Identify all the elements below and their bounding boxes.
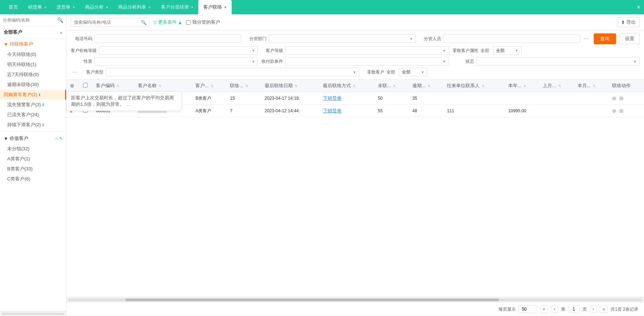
row2-action-icon2[interactable]: ⊞	[619, 108, 624, 114]
nav-close-product-analysis[interactable]: ×	[106, 5, 108, 9]
more-filter-dots[interactable]: ···	[71, 69, 78, 75]
first-page-button[interactable]: «	[540, 305, 548, 313]
nav-home[interactable]: 首页	[4, 0, 23, 14]
sidebar-item-class-c[interactable]: C类客户(6)	[0, 174, 66, 184]
nav-customer-contact[interactable]: 客户联络 ×	[198, 0, 231, 14]
sidebar-item-7days-pending[interactable]: 近7天待联络(0)	[0, 70, 66, 80]
nav-purchase-order[interactable]: 进货单 ×	[51, 0, 80, 14]
sort-customer-code-icon[interactable]: ⇅	[116, 84, 119, 88]
col-last-month[interactable]: 上月... ⇅	[539, 80, 574, 92]
row1-action-icon2[interactable]: ⊞	[619, 95, 624, 101]
sidebar-item-class-a[interactable]: A类客户(1)	[0, 154, 66, 164]
col-customer-type[interactable]: 客户... ⇅	[192, 80, 226, 92]
declining-info-icon[interactable]: ℹ	[42, 123, 44, 127]
query-button[interactable]: 查询	[594, 33, 616, 44]
retail-attr-select[interactable]: 全部	[493, 46, 522, 55]
horizontal-scrollbar[interactable]	[66, 297, 644, 302]
person-input[interactable]	[443, 34, 580, 43]
row1-last-contact-method[interactable]: 下销货单	[319, 92, 374, 105]
sort-this-year-icon[interactable]: ⇅	[523, 84, 526, 88]
nav-sales-order[interactable]: 销货单 ×	[23, 0, 51, 14]
sort-last-contact-date-icon[interactable]: ⇅	[295, 84, 297, 88]
select-all-checkbox[interactable]	[83, 83, 88, 88]
col-customer-code[interactable]: 客户编码 ⇅	[92, 80, 134, 92]
col-settings[interactable]: ⚙	[66, 80, 79, 92]
nav-product-analysis[interactable]: 商品分析 ×	[80, 0, 113, 14]
nav-customer-segment[interactable]: 客户分层经营 ×	[156, 0, 198, 14]
sidebar-search-input[interactable]	[3, 18, 57, 23]
payment-select[interactable]	[285, 57, 449, 66]
sort-last-month-icon[interactable]: ⇅	[558, 84, 561, 88]
sidebar-item-churned[interactable]: 已流失客户(24)	[0, 110, 66, 120]
sidebar-collapse-icon[interactable]: «	[60, 30, 62, 35]
col-this-month[interactable]: 本月... ⇅	[574, 80, 608, 92]
my-customers-checkbox[interactable]	[186, 20, 191, 25]
sort-this-month-icon[interactable]: ⇅	[593, 84, 596, 88]
row2-action-icon1[interactable]: ⊕	[612, 108, 616, 114]
horizontal-scrollbar-thumb[interactable]	[125, 298, 499, 301]
nav-close-product-analysis-list[interactable]: ×	[148, 5, 150, 9]
sort-customer-name-icon[interactable]: ⇅	[158, 84, 161, 88]
all-customers-header[interactable]: 全部客户 «	[0, 26, 66, 39]
sort-overdue-icon[interactable]: ⇅	[427, 84, 430, 88]
sidebar-bottom-scroll[interactable]	[0, 311, 66, 316]
nav-close-customer-contact[interactable]: ×	[224, 5, 226, 9]
sidebar-item-today-pending[interactable]: 今天待联络(0)	[0, 49, 66, 60]
last-page-button[interactable]: »	[600, 305, 608, 313]
gender-select[interactable]	[94, 57, 258, 66]
price-level-select[interactable]	[99, 46, 258, 55]
churn-warning-info-icon[interactable]: ℹ	[42, 103, 44, 107]
settings-icon[interactable]: ⚙	[70, 83, 74, 89]
col-customer-name[interactable]: 客户名称 ⇅	[134, 80, 192, 92]
customer-type-select[interactable]	[106, 68, 359, 76]
sidebar-item-repurchase-abnormal[interactable]: 回购异常客户(2) ℹ	[0, 90, 66, 100]
row2-last-contact-method[interactable]: 下销货单	[319, 105, 374, 117]
repurchase-abnormal-info-icon[interactable]: ℹ	[39, 93, 40, 97]
value-customers-edit-icon[interactable]: ✎	[59, 136, 62, 141]
close-all-tabs-button[interactable]: ×	[636, 4, 640, 11]
current-page-input[interactable]: 1	[568, 305, 580, 313]
nav-close-purchase-order[interactable]: ×	[73, 5, 75, 9]
pending-contact-group[interactable]: ▼ 待联络客户	[0, 39, 66, 49]
row2-contact-method-link[interactable]: 下销货单	[323, 108, 342, 113]
status-select[interactable]	[476, 57, 640, 66]
dept-select[interactable]	[269, 34, 416, 43]
sort-uncontacted-icon[interactable]: ⇅	[393, 84, 396, 88]
col-contact-count[interactable]: 联络... ⇅	[226, 80, 261, 92]
sort-customer-type-icon[interactable]: ⇅	[210, 84, 213, 88]
settings-button[interactable]: 设置	[620, 33, 640, 44]
sidebar-item-overdue-pending[interactable]: 逾期未联络(30)	[0, 80, 66, 90]
nav-product-analysis-list[interactable]: 商品分析列表 ×	[113, 0, 156, 14]
nav-close-customer-segment[interactable]: ×	[191, 5, 193, 9]
value-customers-group[interactable]: ▼ 价值客户 ○ ✎	[0, 133, 66, 144]
sort-contacts-icon[interactable]: ⇅	[482, 84, 485, 88]
col-last-contact-date[interactable]: 最后联络日期 ⇅	[261, 80, 319, 92]
nav-close-sales-order[interactable]: ×	[44, 5, 46, 9]
phone-input[interactable]	[94, 34, 241, 43]
sidebar-item-churn-warning[interactable]: 流失预警客户(3) ℹ	[0, 100, 66, 110]
col-uncontacted[interactable]: 未联... ⇅	[374, 80, 409, 92]
sidebar-item-declining[interactable]: 持续下滑客户(2) ℹ	[0, 120, 66, 130]
customer-level-select[interactable]	[285, 46, 449, 55]
retail-customer-select[interactable]: 全部	[399, 68, 427, 76]
sidebar-search-icon[interactable]: 🔍	[57, 17, 63, 23]
sort-contact-count-icon[interactable]: ⇅	[245, 84, 248, 88]
search-icon[interactable]: 🔍	[141, 20, 147, 25]
col-checkbox[interactable]	[79, 80, 92, 92]
value-customers-circle-icon[interactable]: ○	[55, 136, 58, 141]
per-page-select[interactable]: 50 20 100	[519, 305, 537, 313]
export-button[interactable]: ⬆ 导出	[617, 17, 640, 27]
sidebar-item-ungrouped[interactable]: 未分组(32)	[0, 144, 66, 154]
col-this-year[interactable]: 本年... ⇅	[505, 80, 539, 92]
sidebar-item-class-b[interactable]: B类客户(33)	[0, 164, 66, 174]
col-last-contact-method[interactable]: 最后联络方式 ⇅	[319, 80, 374, 92]
col-overdue[interactable]: 逾期... ⇅	[409, 80, 443, 92]
more-conditions-button[interactable]: ▽ 更多条件 ▲	[153, 19, 182, 25]
col-contacts[interactable]: 往来单位联系人 ⇅	[443, 80, 505, 92]
sidebar-item-tomorrow-pending[interactable]: 明天待联络(1)	[0, 60, 66, 70]
next-page-button[interactable]: ›	[590, 305, 597, 313]
row1-action-icon1[interactable]: ⊕	[612, 95, 616, 101]
row1-contact-method-link[interactable]: 下销货单	[323, 95, 342, 101]
sort-last-contact-method-icon[interactable]: ⇅	[353, 84, 356, 88]
search-input[interactable]	[74, 20, 141, 25]
